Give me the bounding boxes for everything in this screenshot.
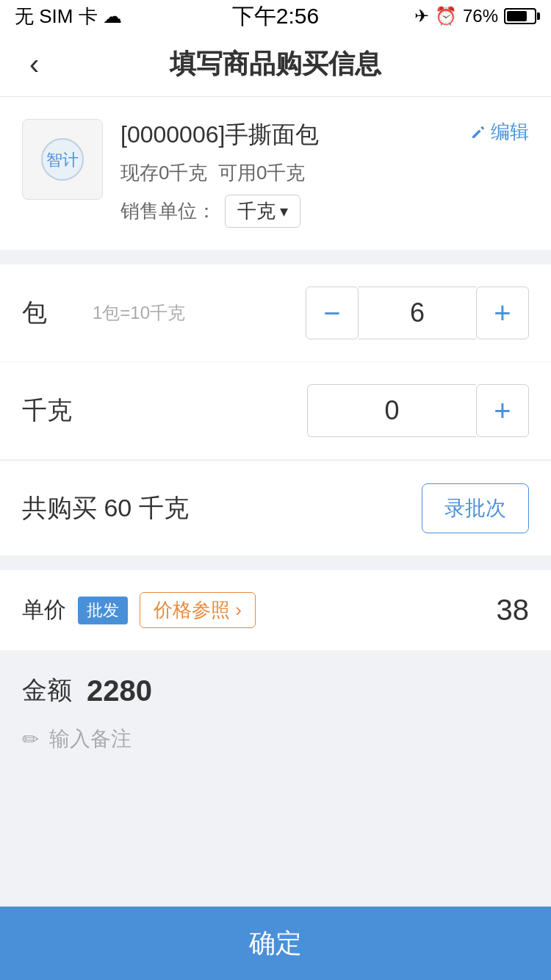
quantity-control-bao: − + <box>306 287 529 339</box>
location-icon: ✈ <box>414 6 429 26</box>
remark-placeholder: 输入备注 <box>49 725 132 753</box>
status-bar: 无 SIM 卡 ☁ 下午2:56 ✈ ⏰ 76% <box>0 0 551 32</box>
price-tag: 批发 <box>78 597 128 624</box>
amount-section: 金额 2280 ✏ 输入备注 <box>0 652 551 857</box>
unit-label: 销售单位： <box>120 198 216 224</box>
price-row: 单价 批发 价格参照 › 38 <box>22 592 529 628</box>
record-batch-button[interactable]: 录批次 <box>422 483 529 533</box>
status-right: ✈ ⏰ 76% <box>414 6 536 26</box>
nav-bar: ‹ 填写商品购买信息 <box>0 32 551 97</box>
status-left: 无 SIM 卡 ☁ <box>15 4 122 29</box>
confirm-button[interactable]: 确定 <box>0 907 551 980</box>
qty-plus-bao[interactable]: + <box>476 287 529 339</box>
edit-icon <box>470 124 486 140</box>
amount-row: 金额 2280 <box>22 674 529 707</box>
product-card: 智计 [0000006]手撕面包 编辑 现存0千克 可用0千克 销售单位： <box>0 97 551 250</box>
total-label: 共购买 60 千克 <box>22 491 189 525</box>
qty-minus-bao[interactable]: − <box>306 287 359 339</box>
quantity-row-bao: 包 1包=10千克 − + <box>0 264 551 362</box>
svg-text:智计: 智计 <box>46 151 79 169</box>
unit-value: 千克 <box>237 198 276 224</box>
qty-label-kg: 千克 <box>22 394 81 428</box>
sim-status: 无 SIM 卡 ☁ <box>15 4 122 29</box>
remark-row[interactable]: ✏ 输入备注 <box>22 725 529 753</box>
battery-icon <box>504 8 536 24</box>
product-stock: 现存0千克 可用0千克 <box>120 160 529 186</box>
quantity-control-kg: + <box>307 384 529 437</box>
qty-label-bao: 包 <box>22 296 81 330</box>
content-area: 智计 [0000006]手撕面包 编辑 现存0千克 可用0千克 销售单位： <box>0 97 551 907</box>
amount-label: 金额 <box>22 674 72 707</box>
battery-fill <box>507 11 527 21</box>
qty-hint-bao: 1包=10千克 <box>93 301 306 325</box>
product-logo: 智计 <box>40 137 84 181</box>
price-label: 单价 <box>22 595 66 625</box>
product-image: 智计 <box>22 119 103 200</box>
alarm-icon: ⏰ <box>435 6 457 26</box>
amount-value: 2280 <box>87 674 152 707</box>
edit-button[interactable]: 编辑 <box>470 119 529 145</box>
back-button[interactable]: ‹ <box>22 40 46 88</box>
page-title: 填写商品购买信息 <box>170 46 381 82</box>
qty-input-bao[interactable] <box>359 287 476 339</box>
product-name: [0000006]手撕面包 <box>120 119 319 151</box>
total-section: 共购买 60 千克 录批次 <box>0 461 551 555</box>
status-time: 下午2:56 <box>232 1 319 32</box>
price-value: 38 <box>497 594 530 627</box>
pencil-icon: ✏ <box>22 727 39 752</box>
price-ref-button[interactable]: 价格参照 › <box>140 592 256 628</box>
edit-label: 编辑 <box>491 119 529 145</box>
qty-input-kg[interactable] <box>307 384 476 437</box>
battery-percent: 76% <box>463 6 498 26</box>
quantity-row-kg: 千克 + <box>0 362 551 460</box>
unit-dropdown[interactable]: 千克 <box>225 195 300 228</box>
product-info: [0000006]手撕面包 编辑 现存0千克 可用0千克 销售单位： 千克 <box>120 119 529 228</box>
quantity-section: 包 1包=10千克 − + 千克 + <box>0 264 551 460</box>
price-section: 单价 批发 价格参照 › 38 <box>0 570 551 650</box>
product-unit-row: 销售单位： 千克 <box>120 195 529 228</box>
qty-plus-kg[interactable]: + <box>476 384 529 437</box>
